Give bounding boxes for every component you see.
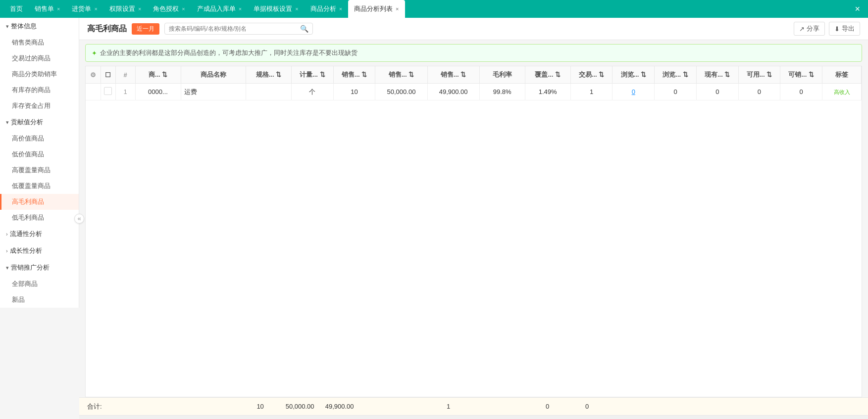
global-close-button[interactable]: × — [851, 4, 864, 14]
cell-tag: 高收入 — [822, 84, 862, 100]
nav-permissions-close[interactable]: × — [138, 6, 141, 12]
nav-permissions[interactable]: 权限设置 × — [103, 0, 147, 18]
col-header-current-stock[interactable]: 现有... ⇅ — [696, 66, 738, 84]
sidebar-item-high-margin[interactable]: 高毛利商品 — [0, 194, 79, 210]
nav-sales-close[interactable]: × — [57, 6, 60, 12]
nav-product-analysis[interactable]: 商品分析 × — [305, 0, 348, 18]
nav-home[interactable]: 首页 — [4, 0, 29, 18]
sidebar: ▾ 整体信息 销售类商品 交易过的商品 商品分类助销率 有库存的商品 库存资金占… — [0, 18, 79, 308]
cell-current-stock: 0 — [696, 84, 738, 100]
cell-sales-qty: 10 — [333, 84, 375, 100]
footer-transaction: 1 — [429, 403, 468, 410]
sidebar-item-all-goods[interactable]: 全部商品 — [0, 276, 79, 292]
col-header-name[interactable]: 商品名称 — [181, 66, 246, 84]
sidebar-group-contribution[interactable]: ▾ 贡献值分析 — [0, 114, 79, 131]
cell-browse2: 0 — [655, 84, 697, 100]
nav-purchase[interactable]: 进货单 × — [66, 0, 103, 18]
col-header-settings[interactable]: ⚙ — [86, 66, 101, 84]
sidebar-item-low-coverage[interactable]: 低覆盖量商品 — [0, 178, 79, 194]
chevron-left-icon: « — [77, 215, 81, 222]
content-area: 高毛利商品 近一月 🔍 ↗ 分享 ⬇ 导出 ✦ 企业的主要的利润都是这部分商品创… — [79, 18, 868, 419]
sidebar-item-traded-goods[interactable]: 交易过的商品 — [0, 50, 79, 66]
col-header-gross-margin[interactable]: 毛利率 — [479, 66, 525, 84]
col-header-num: # — [115, 66, 135, 84]
nav-product-analysis-close[interactable]: × — [339, 6, 342, 12]
col-header-spec[interactable]: 规格... ⇅ — [246, 66, 291, 84]
share-button[interactable]: ↗ 分享 — [794, 22, 825, 36]
footer-total: 合计: 10 50,000.00 49,900.00 1 — [79, 397, 868, 415]
col-header-tag[interactable]: 标签 — [822, 66, 862, 84]
share-icon: ↗ — [799, 25, 805, 33]
nav-product-inbound-close[interactable]: × — [239, 6, 242, 12]
col-header-sales-cost[interactable]: 销售... ⇅ — [427, 66, 479, 84]
sidebar-item-low-margin[interactable]: 低毛利商品 — [0, 210, 79, 226]
row-checkbox[interactable] — [104, 87, 112, 95]
sidebar-item-sales-goods[interactable]: 销售类商品 — [0, 35, 79, 50]
cell-coverage: 1.49% — [525, 84, 570, 100]
arrow-icon-collapsed: › — [6, 231, 8, 237]
col-header-sellable[interactable]: 可销... ⇅ — [780, 66, 822, 84]
search-input[interactable] — [169, 25, 300, 32]
col-header-available[interactable]: 可用... ⇅ — [738, 66, 780, 84]
footer-cell-empty1 — [112, 403, 211, 410]
horizontal-scrollbar[interactable] — [79, 415, 868, 419]
col-header-code[interactable]: 商... ⇅ — [135, 66, 181, 84]
col-header-transaction[interactable]: 交易... ⇅ — [570, 66, 613, 84]
data-table-wrapper: ⚙ ☐ # 商... ⇅ 商品名称 规格... ⇅ 计量... ⇅ 销售... … — [85, 66, 862, 397]
footer-sales-qty: 10 — [241, 403, 280, 410]
sidebar-item-high-coverage[interactable]: 高覆盖量商品 — [0, 162, 79, 178]
sidebar-group-marketing[interactable]: ▾ 营销推广分析 — [0, 259, 79, 276]
sidebar-group-overall-items: 销售类商品 交易过的商品 商品分类助销率 有库存的商品 库存资金占用 — [0, 35, 79, 114]
cell-gross-margin: 99.8% — [479, 84, 525, 100]
footer-sales-amount: 50,000.00 — [280, 403, 320, 410]
col-header-check[interactable]: ☐ — [101, 66, 115, 84]
nav-template-settings[interactable]: 单据模板设置 × — [248, 0, 304, 18]
col-header-unit[interactable]: 计量... ⇅ — [291, 66, 333, 84]
sidebar-group-contribution-items: 高价值商品 低价值商品 高覆盖量商品 低覆盖量商品 高毛利商品 低毛利商品 — [0, 131, 79, 226]
arrow-icon4: ▾ — [6, 265, 9, 271]
arrow-icon: ▾ — [6, 119, 9, 126]
search-box: 🔍 — [164, 23, 313, 35]
nav-product-analysis-list-close[interactable]: × — [396, 6, 399, 12]
cell-num: 1 — [115, 84, 135, 100]
cell-transaction: 1 — [570, 84, 613, 100]
cell-code: 0000... — [135, 84, 181, 100]
arrow-icon: ▾ — [6, 23, 9, 30]
nav-roles[interactable]: 角色授权 × — [147, 0, 191, 18]
col-header-coverage[interactable]: 覆盖... ⇅ — [525, 66, 570, 84]
data-table: ⚙ ☐ # 商... ⇅ 商品名称 规格... ⇅ 计量... ⇅ 销售... … — [86, 66, 862, 100]
nav-product-inbound[interactable]: 产成品入库单 × — [191, 0, 248, 18]
sidebar-item-category-rate[interactable]: 商品分类助销率 — [0, 66, 79, 82]
footer-empty4 — [468, 403, 528, 410]
sidebar-group-marketing-items: 全部商品 新品 — [0, 276, 79, 308]
period-button[interactable]: 近一月 — [132, 23, 159, 35]
nav-purchase-close[interactable]: × — [94, 6, 97, 12]
sidebar-item-high-value[interactable]: 高价值商品 — [0, 131, 79, 146]
table-row: 1 0000... 运费 个 — [86, 84, 862, 100]
nav-product-analysis-list[interactable]: 商品分析列表 × — [348, 0, 405, 18]
sidebar-item-new-goods[interactable]: 新品 — [0, 292, 79, 308]
cell-check[interactable] — [101, 84, 115, 100]
sidebar-item-in-stock[interactable]: 有库存的商品 — [0, 82, 79, 98]
page-title: 高毛利商品 — [87, 24, 127, 34]
cell-browse1[interactable]: 0 — [613, 84, 655, 100]
nav-roles-close[interactable]: × — [182, 6, 185, 12]
col-header-sales-qty[interactable]: 销售... ⇅ — [333, 66, 375, 84]
sidebar-group-overall[interactable]: ▾ 整体信息 — [0, 18, 79, 35]
col-header-sales-amount[interactable]: 销售... ⇅ — [375, 66, 427, 84]
header-actions: ↗ 分享 ⬇ 导出 — [794, 22, 860, 36]
cell-sellable: 0 — [780, 84, 822, 100]
footer-cell-empty2 — [211, 403, 241, 410]
sidebar-group-growth[interactable]: › 成长性分析 — [0, 242, 79, 259]
nav-template-close[interactable]: × — [295, 6, 298, 12]
col-header-browse1[interactable]: 浏览... ⇅ — [613, 66, 655, 84]
nav-sales[interactable]: 销售单 × — [29, 0, 66, 18]
sidebar-collapse-button[interactable]: « — [74, 214, 84, 224]
export-button[interactable]: ⬇ 导出 — [829, 22, 860, 36]
sidebar-item-low-value[interactable]: 低价值商品 — [0, 146, 79, 162]
footer-values: 10 50,000.00 49,900.00 1 0 0 — [112, 403, 607, 410]
col-header-browse2[interactable]: 浏览... ⇅ — [655, 66, 697, 84]
sidebar-item-stock-capital[interactable]: 库存资金占用 — [0, 98, 79, 114]
search-icon[interactable]: 🔍 — [300, 25, 308, 33]
sidebar-group-circulation[interactable]: › 流通性分析 — [0, 226, 79, 242]
